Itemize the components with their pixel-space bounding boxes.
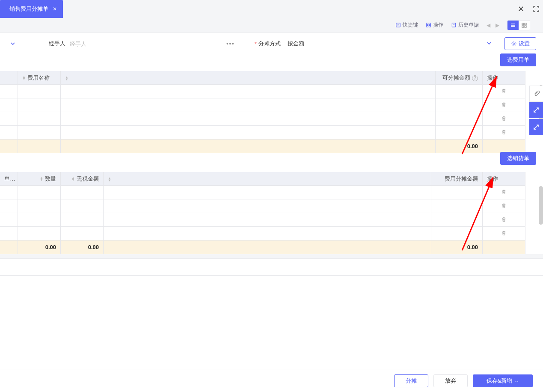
- blank-block: [0, 258, 543, 276]
- save-new-label: 保存&新增: [487, 377, 513, 385]
- required-mark: *: [255, 41, 257, 47]
- footer: 分摊 放弃 保存&新增 ︿: [0, 369, 543, 392]
- table-row[interactable]: [0, 199, 525, 213]
- svg-rect-7: [525, 23, 526, 25]
- expense-section: 选费用单 ▲▼费用名称 ▲▼ 可分摊金额? 操作: [0, 55, 543, 153]
- chevron-down-icon: [484, 41, 494, 47]
- table-row[interactable]: [0, 186, 525, 199]
- tab-close-icon[interactable]: ✕: [53, 6, 57, 12]
- shortcut-button[interactable]: 快捷键: [395, 21, 418, 29]
- table-row[interactable]: [0, 213, 525, 227]
- sum-row: 0.000.000.00: [0, 241, 525, 254]
- col-op2: 操作: [483, 172, 525, 186]
- svg-rect-8: [522, 26, 524, 27]
- scrollbar[interactable]: [539, 186, 543, 225]
- settings-label: 设置: [519, 40, 530, 48]
- tab-title: 销售费用分摊单: [9, 5, 48, 13]
- trash-icon[interactable]: [501, 102, 507, 109]
- expand-icon[interactable]: [529, 102, 543, 118]
- nav-arrows: ◀ ▶: [487, 22, 499, 28]
- col-blank: [0, 71, 18, 85]
- expense-table: ▲▼费用名称 ▲▼ 可分摊金额? 操作 0.00: [0, 71, 525, 153]
- method-label: 分摊方式: [258, 40, 281, 48]
- form-row: 经手人 ••• * 分摊方式 按金额 设置: [0, 33, 543, 55]
- sales-table: 单位 ▲▼数量 ▲▼无税金额 ▲▼ 费用分摊金额 操作 0.000.000.00: [0, 172, 525, 254]
- col-qty[interactable]: ▲▼数量: [18, 172, 61, 186]
- col-op: 操作: [483, 71, 525, 85]
- svg-rect-9: [525, 26, 526, 27]
- col-unit[interactable]: 单位: [0, 172, 18, 186]
- trash-icon[interactable]: [501, 203, 507, 210]
- col-notax[interactable]: ▲▼无税金额: [61, 172, 104, 186]
- col-alloc[interactable]: 可分摊金额?: [436, 71, 483, 85]
- pick-sales-button[interactable]: 选销货单: [500, 152, 536, 165]
- table-row[interactable]: [0, 126, 525, 140]
- col-blank3[interactable]: ▲▼: [104, 172, 431, 186]
- allocate-button[interactable]: 分摊: [394, 374, 428, 387]
- sum-qty: 0.00: [18, 241, 61, 254]
- svg-rect-3: [427, 25, 428, 27]
- gear-icon: [511, 41, 517, 47]
- close-button[interactable]: ✕: [513, 4, 528, 14]
- chevron-up-icon: ︿: [515, 378, 519, 384]
- method-select[interactable]: 按金额: [285, 40, 504, 48]
- combo-chevron-down-icon[interactable]: [7, 41, 19, 46]
- sum-notax: 0.00: [61, 241, 104, 254]
- svg-point-10: [513, 43, 515, 45]
- sum-fee: 0.00: [431, 241, 483, 254]
- help-icon[interactable]: ?: [472, 75, 478, 81]
- table-row[interactable]: [0, 98, 525, 112]
- fullscreen-icon[interactable]: [533, 6, 540, 12]
- table-row[interactable]: [0, 112, 525, 126]
- toolbar-strip: 快捷键 操作 历史单据 ◀ ▶: [0, 18, 543, 33]
- pick-expense-button[interactable]: 选费用单: [500, 53, 536, 66]
- more-icon[interactable]: •••: [224, 41, 237, 47]
- attachment-icon[interactable]: [529, 86, 543, 102]
- trash-icon[interactable]: [501, 231, 507, 237]
- table-row[interactable]: [0, 227, 525, 241]
- view-grid-icon[interactable]: [519, 21, 530, 30]
- trash-icon[interactable]: [501, 130, 507, 136]
- save-new-button[interactable]: 保存&新增 ︿: [473, 374, 533, 387]
- next-icon[interactable]: ▶: [496, 22, 499, 28]
- shortcut-label: 快捷键: [403, 21, 418, 29]
- svg-rect-2: [429, 23, 430, 25]
- trash-icon[interactable]: [501, 116, 507, 122]
- trash-icon[interactable]: [501, 89, 507, 95]
- side-tools: [529, 86, 543, 135]
- abandon-button[interactable]: 放弃: [433, 374, 468, 387]
- view-toggle: [507, 20, 530, 30]
- col-fee[interactable]: 费用分摊金额: [431, 172, 483, 186]
- action-label: 操作: [433, 21, 443, 29]
- history-label: 历史单据: [458, 21, 479, 29]
- sales-section: 选销货单 单位 ▲▼数量 ▲▼无税金额 ▲▼ 费用分摊金额 操作: [0, 153, 543, 254]
- settings-button[interactable]: 设置: [504, 37, 536, 50]
- col-blank2[interactable]: ▲▼: [61, 71, 436, 85]
- history-button[interactable]: 历史单据: [451, 21, 479, 29]
- trash-icon[interactable]: [501, 190, 507, 196]
- handler-label: 经手人: [49, 40, 65, 48]
- col-name[interactable]: ▲▼费用名称: [18, 71, 61, 85]
- svg-rect-4: [429, 25, 430, 27]
- svg-rect-1: [427, 23, 428, 25]
- svg-rect-6: [522, 23, 524, 25]
- handler-input[interactable]: [70, 38, 224, 50]
- expand-icon[interactable]: [529, 119, 543, 135]
- trash-icon[interactable]: [501, 217, 507, 223]
- method-value: 按金额: [288, 40, 304, 48]
- sum-alloc: 0.00: [436, 140, 483, 153]
- tab-bar: 销售费用分摊单 ✕ ✕: [0, 0, 543, 18]
- sum-row: 0.00: [0, 140, 525, 153]
- view-list-icon[interactable]: [507, 21, 519, 30]
- tab-active[interactable]: 销售费用分摊单 ✕: [0, 0, 63, 18]
- prev-icon[interactable]: ◀: [487, 22, 490, 28]
- action-button[interactable]: 操作: [426, 21, 443, 29]
- table-row[interactable]: [0, 85, 525, 98]
